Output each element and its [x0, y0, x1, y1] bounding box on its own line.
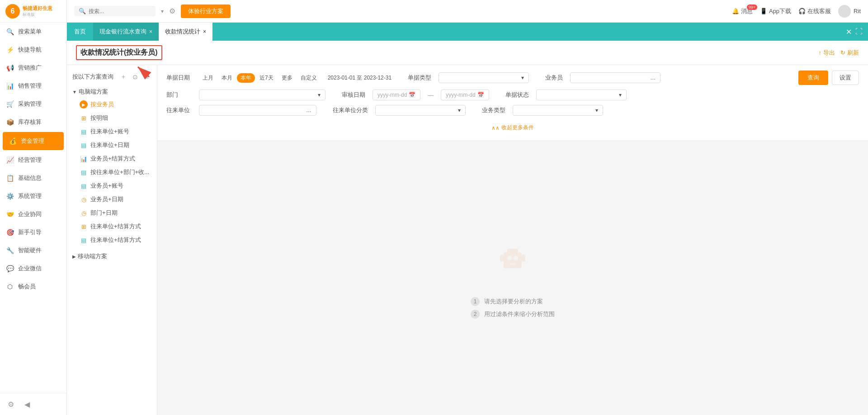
sidebar-item-search[interactable]: 🔍 搜索菜单 — [0, 23, 66, 41]
tab-bank-flow[interactable]: 现金银行流水查询 × — [93, 23, 159, 41]
collapse-bar[interactable]: ∧∧ 收起更多条件 — [166, 120, 859, 135]
sidebar-item-enterprise[interactable]: 🤝 企业协同 — [0, 205, 66, 223]
phone-icon: 📱 — [760, 8, 767, 14]
sidebar-item-quick-nav[interactable]: ⚡ 快捷导航 — [0, 41, 66, 59]
tree-header-mobile[interactable]: ▶ 移动端方案 — [67, 250, 157, 262]
collapse-panel-btn[interactable]: « — [142, 72, 151, 81]
sidebar-item-sales[interactable]: 📊 销售管理 — [0, 77, 66, 95]
trial-btn[interactable]: 体验行业方案 — [181, 5, 231, 18]
unit-classification-label: 往来单位分类 — [333, 107, 368, 113]
online-service-btn[interactable]: 🎧 在线客服 — [798, 7, 831, 15]
date-tab-more[interactable]: 更多 — [278, 73, 296, 83]
settings-btn[interactable]: 设置 — [832, 71, 859, 85]
from-unit-select[interactable]: … — [199, 105, 316, 116]
tree-item-dept-date[interactable]: ◷ 部门+日期 — [67, 206, 157, 220]
date-tab-this-month[interactable]: 本月 — [218, 73, 236, 83]
dept-select[interactable]: ▾ — [199, 90, 326, 100]
tree-item-unit-settlement1[interactable]: ⊞ 往来单位+结算方式 — [67, 220, 157, 233]
sidebar-item-member[interactable]: ⬡ 畅会员 — [0, 278, 66, 296]
finance-icon: 💰 — [8, 137, 17, 146]
svg-rect-1 — [507, 249, 518, 254]
tabbar-expand-btn[interactable]: ⛶ — [855, 28, 863, 36]
biz-type-select[interactable]: ▾ — [513, 105, 603, 116]
tree-item-unit-settlement2[interactable]: ▤ 往来单位+结算方式 — [67, 233, 157, 247]
headset-icon: 🎧 — [798, 8, 806, 14]
sidebar-item-hardware[interactable]: 🔧 智能硬件 — [0, 241, 66, 259]
sidebar-item-operations[interactable]: 📈 经营管理 — [0, 151, 66, 169]
tab-collection-stats-close[interactable]: × — [203, 28, 206, 35]
tree-item-unit-account[interactable]: ▤ 往来单位+账号 — [67, 125, 157, 138]
member-icon: ⬡ — [5, 282, 14, 291]
message-btn[interactable]: 🔔 消息 99+ — [732, 7, 753, 15]
empty-step-2: 2 用过滤条件来缩小分析范围 — [471, 310, 555, 319]
sidebar-item-marketing[interactable]: 📢 营销推广 — [0, 59, 66, 77]
logo-text: 畅捷通好生意 标准版 — [23, 5, 52, 18]
tree-item-salesman-date[interactable]: ◷ 业务员+日期 — [67, 193, 157, 206]
topbar: 🔍 ▾ ⚙ 体验行业方案 🔔 消息 99+ 📱 App下载 🎧 在线客服 Rit — [67, 0, 868, 23]
salesman-group: 业务员 — [545, 74, 563, 82]
more-icon: … — [650, 75, 656, 81]
tree-section-mobile: ▶ 移动端方案 — [67, 249, 157, 264]
salesman-select[interactable]: … — [570, 72, 660, 83]
user-area[interactable]: Rit — [838, 5, 861, 18]
chevron-down-icon: ▾ — [521, 75, 524, 81]
tree-item-salesman-account[interactable]: ▤ 业务员+账号 — [67, 179, 157, 193]
tree-item-by-salesman[interactable]: ▶ 按业务员 — [67, 98, 157, 111]
gear-icon: ⚙️ — [5, 192, 14, 201]
calendar-icon: 📅 — [409, 92, 415, 98]
topbar-search-box[interactable]: 🔍 — [74, 6, 156, 16]
data-area: 1 请先选择要分析的方案 2 用过滤条件来缩小分析范围 — [157, 141, 868, 415]
sidebar-item-guide[interactable]: 🎯 新手引导 — [0, 223, 66, 241]
tab-collection-stats[interactable]: 收款情况统计 × — [159, 23, 212, 41]
date-tab-this-year[interactable]: 本年 — [237, 73, 255, 83]
page-header: 收款情况统计(按业务员) ↑ 导出 ↻ 刷新 — [67, 41, 868, 65]
tab-bank-flow-close[interactable]: × — [149, 28, 152, 35]
export-btn[interactable]: ↑ 导出 — [819, 49, 835, 57]
tabbar: 首页 现金银行流水查询 × 收款情况统计 × ✕ ⛶ — [67, 23, 868, 41]
review-date-label: 审核日期 — [342, 91, 365, 98]
tree-item-unit-dept-collect[interactable]: ▤ 按往来单位+部门+收... — [67, 165, 157, 179]
unit-classification-select[interactable]: ▾ — [375, 105, 466, 116]
salesman-label: 业务员 — [545, 74, 563, 81]
sidebar-item-purchase[interactable]: 🛒 采购管理 — [0, 95, 66, 113]
empty-step-1: 1 请先选择要分析的方案 — [471, 297, 555, 306]
hardware-icon: 🔧 — [5, 246, 14, 255]
message-badge: 99+ — [747, 5, 757, 10]
tree-item-by-detail[interactable]: ⊞ 按明细 — [67, 111, 157, 125]
date-tab-7days[interactable]: 近7天 — [256, 73, 277, 83]
search-input[interactable] — [89, 8, 143, 14]
left-panel: 按以下方案查询 ＋ ⊙ « ▼ 电脑端方案 ▶ 按业务员 — [67, 65, 157, 415]
review-date-end[interactable]: yyyy-mm-dd 📅 — [441, 90, 489, 100]
doc-status-select[interactable]: ▾ — [536, 90, 627, 100]
tab-home[interactable]: 首页 — [67, 23, 93, 41]
topbar-chevron-icon[interactable]: ▾ — [161, 8, 164, 14]
tree-item-unit-date[interactable]: ▤ 往来单位+日期 — [67, 138, 157, 152]
sidebar-settings-btn[interactable]: ⚙ — [5, 398, 17, 410]
sidebar-collapse-btn[interactable]: ◀ — [21, 398, 33, 410]
date-tab-custom[interactable]: 自定义 — [297, 73, 321, 83]
doc-type-select[interactable]: ▾ — [439, 72, 529, 83]
tabbar-close-btn[interactable]: ✕ — [846, 28, 852, 36]
date-tab-last-month[interactable]: 上月 — [199, 73, 217, 83]
tree-item-salesman-settlement[interactable]: 📊 业务员+结算方式 — [67, 152, 157, 165]
chevron-down-dept-icon: ▾ — [318, 92, 321, 98]
sidebar: 6 畅捷通好生意 标准版 🔍 搜索菜单 ⚡ 快捷导航 📢 营销推广 📊 销售管理… — [0, 0, 67, 415]
doc-status-label: 单据状态 — [505, 91, 529, 98]
tree-arrow-mobile-icon: ▶ — [72, 254, 76, 259]
sidebar-item-basic[interactable]: 📋 基础信息 — [0, 169, 66, 187]
query-btn[interactable]: 查询 — [798, 71, 828, 85]
review-date-start[interactable]: yyyy-mm-dd 📅 — [373, 90, 420, 100]
scheme-settings-btn[interactable]: ⊙ — [131, 72, 140, 81]
sidebar-item-finance[interactable]: 💰 资金管理 — [3, 132, 64, 150]
sidebar-item-system[interactable]: ⚙️ 系统管理 — [0, 187, 66, 205]
refresh-btn[interactable]: ↻ 刷新 — [840, 49, 859, 57]
date-range-text: 2023-01-01 至 2023-12-31 — [328, 74, 392, 82]
app-download-btn[interactable]: 📱 App下载 — [760, 7, 791, 15]
sidebar-item-inventory[interactable]: 📦 库存核算 — [0, 113, 66, 131]
doc-type-group: 单据类型 — [408, 74, 431, 82]
add-scheme-btn[interactable]: ＋ — [119, 72, 128, 81]
topbar-gear-icon[interactable]: ⚙ — [169, 7, 175, 15]
sidebar-item-wechat[interactable]: 💬 企业微信 — [0, 259, 66, 278]
unit-classification-group: 往来单位分类 — [333, 106, 368, 114]
tree-header-pc[interactable]: ▼ 电脑端方案 — [67, 86, 157, 98]
